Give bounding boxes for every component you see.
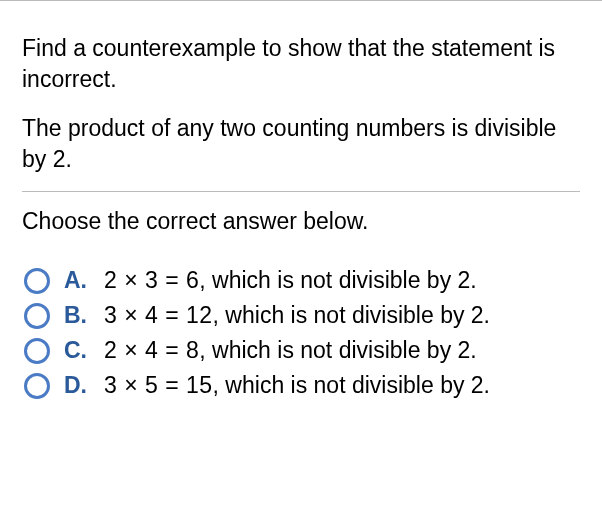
options-group: A. 2 × 3 = 6, which is not divisible by … xyxy=(22,267,580,399)
top-divider xyxy=(0,0,602,1)
option-label-d: D. xyxy=(64,372,90,399)
option-a[interactable]: A. 2 × 3 = 6, which is not divisible by … xyxy=(24,267,580,294)
option-text-a: 2 × 3 = 6, which is not divisible by 2. xyxy=(104,267,477,294)
option-d[interactable]: D. 3 × 5 = 15, which is not divisible by… xyxy=(24,372,580,399)
option-label-a: A. xyxy=(64,267,90,294)
radio-b[interactable] xyxy=(24,303,50,329)
option-c[interactable]: C. 2 × 4 = 8, which is not divisible by … xyxy=(24,337,580,364)
radio-d[interactable] xyxy=(24,373,50,399)
question-container: Find a counterexample to show that the s… xyxy=(0,15,602,417)
option-label-c: C. xyxy=(64,337,90,364)
option-text-d: 3 × 5 = 15, which is not divisible by 2. xyxy=(104,372,490,399)
option-text-c: 2 × 4 = 8, which is not divisible by 2. xyxy=(104,337,477,364)
option-text-b: 3 × 4 = 12, which is not divisible by 2. xyxy=(104,302,490,329)
statement-text: The product of any two counting numbers … xyxy=(22,113,580,192)
question-text: Find a counterexample to show that the s… xyxy=(22,33,580,95)
radio-a[interactable] xyxy=(24,268,50,294)
option-b[interactable]: B. 3 × 4 = 12, which is not divisible by… xyxy=(24,302,580,329)
instruction-text: Choose the correct answer below. xyxy=(22,206,580,237)
option-label-b: B. xyxy=(64,302,90,329)
radio-c[interactable] xyxy=(24,338,50,364)
